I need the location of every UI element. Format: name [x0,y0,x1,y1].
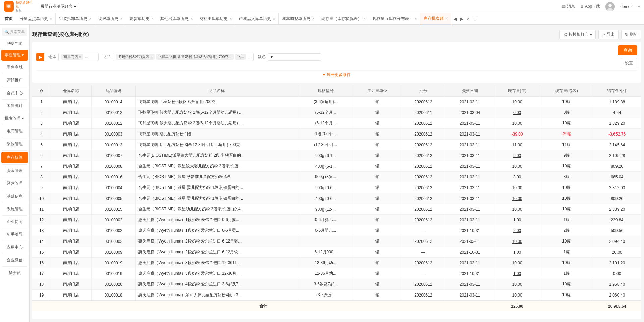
sidebar-item-purchase[interactable]: 采购管理 [0,139,29,150]
cell-stock-main[interactable]: 1.00 [494,215,540,225]
export-button[interactable]: ↗ 导出 [598,30,619,39]
cell-stock-main[interactable]: 1.00 [494,268,540,279]
cell-stock-main[interactable]: 10.00 [494,193,540,204]
sidebar-item-basic[interactable]: 基础信息 [0,191,29,202]
cell-stock-main[interactable]: 10.00 [494,236,540,247]
logo-sub: 标版 [16,9,34,12]
user-chevron-icon: ▾ [638,4,640,9]
sidebar-divider-12 [2,215,27,216]
tab-menu-btn[interactable]: ⊟ [472,13,478,25]
sidebar-nav-shortcut[interactable]: 快捷导航 [0,39,29,48]
sidebar-item-ecommerce[interactable]: 电商管理 [0,126,29,137]
cell-warehouse: 南岸门店 [51,118,92,129]
tab-requisition-close[interactable]: × [152,17,154,21]
cell-stock-main[interactable]: 10.00 [494,290,540,301]
table-row: 1 南岸门店 00100014 飞鹤星飞帆 儿童奶粉 4段(3-6岁适用) 70… [32,97,641,107]
cell-stock-main[interactable]: 10.00 [494,182,540,193]
sidebar-item-member[interactable]: 会员中心 [0,88,29,99]
expand-more-filter-btn[interactable]: 展开更多条件 [36,70,637,79]
col-setting[interactable]: ⚙ [32,85,51,97]
sidebar-item-app-center[interactable]: 应用中心 [0,242,29,253]
cell-batch: 20200612 [401,150,445,161]
tab-cost-adjust-close[interactable]: × [312,17,314,21]
sidebar-item-marketing[interactable]: 营销推广 [0,75,29,86]
table-row: 14 南岸门店 00100002 惠氏启膜（Wyeth illuma）2段奶粉 … [32,236,641,247]
tab-cost-adjust[interactable]: 成本调整单历史 × [279,13,318,25]
warehouse-more-dots[interactable]: ··· [85,55,88,59]
tab-material-out-close[interactable]: × [230,17,232,21]
sidebar-item-finance[interactable]: 资金管理 [0,165,29,176]
cell-batch: 20200612 [401,172,445,182]
sidebar-item-wholesale[interactable]: 批发管理 ▼ [0,113,29,124]
tab-other-out-close[interactable]: × [191,17,193,21]
cell-code: 00100003 [92,129,136,140]
tab-batch-voucher-close[interactable]: × [446,17,448,20]
cell-stock-main[interactable]: 11.00 [494,140,540,150]
refresh-button[interactable]: ↻ 刷新 [621,30,641,39]
query-button[interactable]: 查询 [618,45,637,55]
tab-next-btn[interactable]: ▶ [458,13,465,25]
tab-split-check-close[interactable]: × [50,17,52,21]
message-button[interactable]: ✉ 消息 [562,4,575,9]
sidebar-item-retail-stats[interactable]: 零售统计 [0,100,29,111]
tab-other-out[interactable]: 其他出库单历史 × [157,13,196,25]
product-tag-2-close[interactable]: × [229,55,231,59]
print-button[interactable]: 🖨 按模板打印 ▾ [559,30,596,39]
tab-query-close[interactable]: × [120,17,122,21]
avatar[interactable] [605,2,615,11]
tab-product-in-close[interactable]: × [273,17,275,21]
cell-stock-main[interactable]: 0.00 [494,107,540,118]
table-row: 17 南岸门店 00100019 惠氏启膜（Wyeth illuma）3段奶粉 … [32,268,641,279]
tab-close-all-btn[interactable]: ✕ [465,13,472,25]
cell-stock-main[interactable]: -39.00 [494,129,540,140]
product-tag-1-close[interactable]: × [150,55,152,59]
tab-batch-voucher[interactable]: 库存批次账 × [420,13,451,25]
filter-expand-btn[interactable]: ▶ [36,53,44,61]
cell-stock-main[interactable]: 10.00 [494,279,540,290]
cell-warehouse: 南岸门店 [51,258,92,268]
tab-inventory-status[interactable]: 现存量（库存状况表） × [318,13,369,25]
sidebar-item-wechat[interactable]: 企业微信 [0,255,29,266]
cell-stock-main[interactable]: 9.00 [494,150,540,161]
app-download-button[interactable]: ⬇ App下载 [580,4,600,9]
cell-stock-main[interactable]: 10.00 [494,97,540,107]
sidebar-item-system[interactable]: 系统管理 [0,204,29,215]
cell-stock-main[interactable]: 3.00 [494,172,540,182]
tab-prev-btn[interactable]: ◀ [451,13,458,25]
tab-split-check[interactable]: 分量盘点单历史 × [16,13,56,25]
cell-stock-main[interactable]: 1.00 [494,247,540,258]
warehouse-tag-close[interactable]: × [79,55,81,59]
cell-stock-main[interactable]: 2.00 [494,225,540,236]
product-input[interactable]: 飞鹤奶粉3段丙提装 × 飞鹤星飞帆 儿童奶粉 4段(3-6岁适用) 700克 ×… [113,53,254,61]
tab-inventory-dist-close[interactable]: × [415,17,417,21]
tab-inventory-status-close[interactable]: × [364,17,366,21]
cell-stock-main[interactable]: 10.00 [494,204,540,215]
cell-stock-main[interactable]: 10.00 [494,258,540,268]
cell-stock-main[interactable]: 10.00 [494,118,540,129]
color-input[interactable]: ▾ [268,53,321,61]
tab-query[interactable]: 调拨单历史 × [95,13,126,25]
sidebar-item-inventory[interactable]: 库存核算 [1,152,28,163]
sidebar-item-enterprise[interactable]: 企业协同 [0,216,29,227]
tab-requisition[interactable]: 要货单历史 × [126,13,157,25]
warehouse-input[interactable]: 南岸门店 × ··· [58,53,99,61]
tab-disassemble[interactable]: 组装拆卸单历史 × [56,13,95,25]
sidebar-search-btn[interactable]: 🔍 搜索菜单 [2,28,27,36]
sidebar-item-operation[interactable]: 经营管理 [0,178,29,189]
tab-home[interactable]: 首页 [1,13,16,25]
sidebar-item-guide[interactable]: 新手引导 [0,229,29,240]
cell-no: 13 [32,225,51,236]
cell-stock-main[interactable]: 10.00 [494,161,540,172]
tab-inventory-dist[interactable]: 现存量（库存分布表） × [369,13,421,25]
product-more-dots[interactable]: ··· [247,55,251,59]
setting-button[interactable]: 设置 [621,58,637,68]
tab-disassemble-close[interactable]: × [89,17,91,21]
tab-material-out[interactable]: 材料出库单历史 × [196,13,235,25]
org-selector[interactable]: 母婴行业演示账套 ▾ [38,3,79,10]
cell-unit: 罐 [353,182,401,193]
sidebar-item-member2[interactable]: 畅会员 [0,267,29,278]
cell-expire: 2021-03-11 [445,204,494,215]
sidebar-item-retail[interactable]: 零售管理 ▼ [1,50,28,61]
tab-product-in[interactable]: 产成品入库单历史 × [235,13,279,25]
sidebar-item-retail-shop[interactable]: 零售商城 [0,62,29,73]
